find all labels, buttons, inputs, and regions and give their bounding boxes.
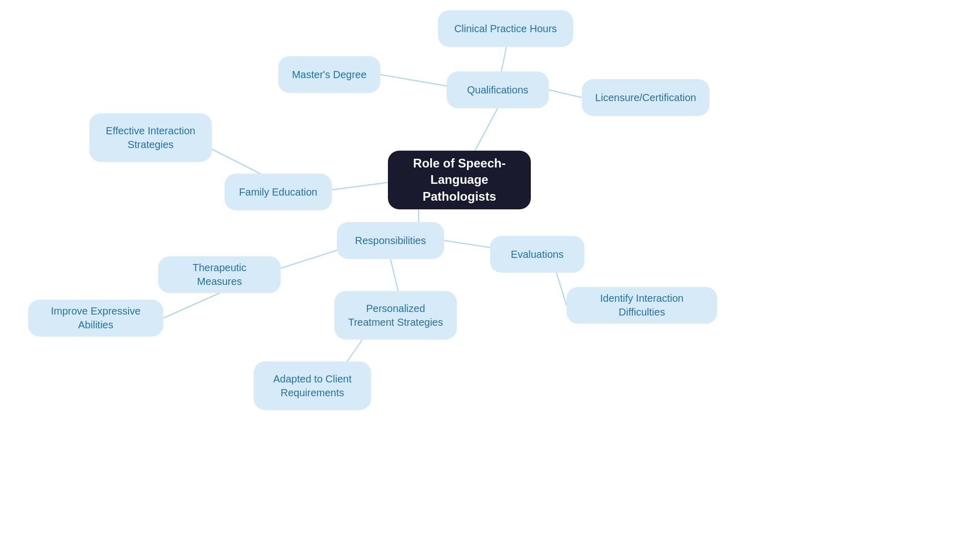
- svg-line-10: [556, 273, 567, 305]
- family-education-label: Family Education: [239, 185, 317, 199]
- personalized-treatment-node: Personalized Treatment Strategies: [334, 291, 457, 340]
- therapeutic-measures-label: Therapeutic Measures: [169, 261, 270, 288]
- clinical-practice-label: Clinical Practice Hours: [454, 22, 557, 36]
- svg-line-8: [163, 293, 219, 318]
- identify-interaction-node: Identify Interaction Difficulties: [567, 287, 717, 324]
- effective-interaction-node: Effective Interaction Strategies: [89, 113, 212, 162]
- licensure-node: Licensure/Certification: [582, 79, 709, 116]
- evaluations-label: Evaluations: [511, 248, 564, 261]
- center-node: Role of Speech-Language Pathologists: [388, 151, 531, 209]
- responsibilities-node: Responsibilities: [337, 222, 444, 259]
- adapted-node: Adapted to Client Requirements: [254, 362, 371, 410]
- improve-expressive-node: Improve Expressive Abilities: [28, 300, 163, 336]
- qualifications-label: Qualifications: [467, 83, 528, 97]
- svg-line-3: [549, 90, 582, 98]
- center-label: Role of Speech-Language Pathologists: [399, 155, 520, 205]
- effective-interaction-label: Effective Interaction Strategies: [101, 124, 201, 152]
- identify-interaction-label: Identify Interaction Difficulties: [578, 292, 706, 319]
- qualifications-node: Qualifications: [447, 71, 549, 108]
- family-education-node: Family Education: [225, 174, 332, 210]
- evaluations-node: Evaluations: [490, 236, 584, 273]
- masters-degree-node: Master's Degree: [278, 56, 380, 93]
- responsibilities-label: Responsibilities: [355, 234, 426, 248]
- adapted-label: Adapted to Client Requirements: [265, 372, 360, 400]
- clinical-practice-node: Clinical Practice Hours: [438, 10, 573, 47]
- svg-line-12: [347, 340, 362, 362]
- masters-degree-label: Master's Degree: [292, 68, 366, 82]
- licensure-label: Licensure/Certification: [595, 91, 696, 105]
- personalized-treatment-label: Personalized Treatment Strategies: [346, 302, 446, 329]
- svg-line-11: [390, 259, 398, 291]
- therapeutic-measures-node: Therapeutic Measures: [158, 256, 281, 293]
- improve-expressive-label: Improve Expressive Abilities: [39, 304, 152, 332]
